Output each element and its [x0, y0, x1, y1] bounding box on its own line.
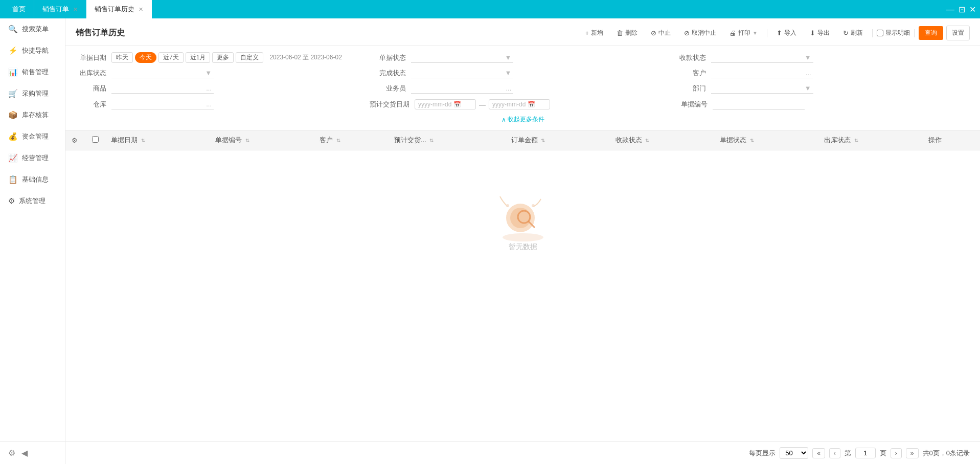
no-data-row: 暂无数据	[65, 150, 980, 293]
print-button[interactable]: 🖨 打印 ▼	[724, 26, 763, 40]
col-bill-no[interactable]: 单据编号 ⇅	[209, 130, 313, 150]
sidebar-icon-2: 📊	[8, 68, 18, 77]
import-icon: ⬆	[777, 29, 782, 37]
tab-label: 首页	[12, 5, 26, 14]
col-receipt-status[interactable]: 收款状态 ⇅	[609, 130, 714, 150]
filter-row-4: 仓库 ... 预计交货日期 yyyy-mm-dd 📅 — yyyy-mm-	[76, 99, 970, 110]
table-area: ⚙ 单据日期 ⇅ 单据编号 ⇅ 客户 ⇅	[65, 130, 980, 441]
date-today-btn[interactable]: 今天	[135, 52, 156, 63]
collapse-sidebar-icon[interactable]: ◀	[21, 448, 28, 458]
department-chevron: ▼	[805, 84, 811, 92]
customer-value: ...	[711, 68, 970, 78]
customer-dots[interactable]: ...	[806, 69, 811, 77]
salesperson-dots[interactable]: ...	[506, 84, 511, 92]
new-button[interactable]: + 新增	[580, 26, 609, 40]
date-filter-value: 昨天 今天 近7天 近1月 更多 自定义 2023-06-02 至 2023-0…	[111, 52, 370, 63]
prev-page-btn[interactable]: ‹	[829, 448, 840, 458]
settings-icon[interactable]: ⚙	[8, 448, 15, 458]
date-more-btn[interactable]: 更多	[212, 52, 234, 63]
date-range-text: 2023-06-02 至 2023-06-02	[269, 53, 341, 62]
close-window-icon[interactable]: ✕	[969, 5, 976, 14]
refresh-button[interactable]: ↻ 刷新	[838, 26, 868, 40]
complete-status-label: 完成状态	[370, 69, 411, 78]
select-all-checkbox[interactable]	[92, 136, 99, 143]
cancel-stop-button[interactable]: ⊘ 取消中止	[679, 26, 721, 40]
col-customer[interactable]: 客户 ⇅	[313, 130, 388, 150]
department-label: 部门	[670, 84, 711, 93]
no-data-illustration	[492, 191, 554, 242]
cancel-stop-icon: ⊘	[684, 29, 690, 37]
out-status-select[interactable]: ▼	[111, 68, 214, 78]
col-date[interactable]: 单据日期 ⇅	[105, 130, 209, 150]
sidebar-item-5[interactable]: 💰资金管理	[0, 126, 65, 147]
total-label: 共0页，0条记录	[923, 449, 970, 458]
bill-status-select[interactable]: ▼	[411, 53, 513, 63]
export-button[interactable]: ⬇ 导出	[805, 26, 835, 40]
tab-list: 首页销售订单✕销售订单历史✕	[4, 0, 152, 18]
table-settings-col[interactable]: ⚙	[65, 130, 86, 150]
date-filter-label: 单据日期	[76, 53, 111, 62]
complete-status-chevron: ▼	[505, 69, 511, 77]
delivery-date-start-input[interactable]: yyyy-mm-dd 📅	[415, 99, 476, 109]
sidebar-item-8[interactable]: ⚙系统管理	[0, 190, 65, 212]
receipt-status-select[interactable]: ▼	[711, 53, 813, 63]
date-yesterday-btn[interactable]: 昨天	[111, 52, 133, 63]
per-page-select[interactable]: 102050100	[780, 447, 808, 459]
col-delivery[interactable]: 预计交货... ⇅	[388, 130, 505, 150]
import-button[interactable]: ⬆ 导入	[771, 26, 802, 40]
salesperson-select[interactable]: ...	[411, 83, 513, 94]
sidebar-item-0[interactable]: 🔍搜索菜单	[0, 18, 65, 40]
col-bill-status[interactable]: 单据状态 ⇅	[714, 130, 818, 150]
page-input[interactable]	[855, 448, 876, 458]
first-page-btn[interactable]: «	[812, 448, 825, 458]
filter-row-2: 出库状态 ▼ 完成状态 ▼ 客户	[76, 68, 970, 78]
warehouse-dots[interactable]: ...	[206, 100, 212, 108]
last-page-btn[interactable]: »	[906, 448, 919, 458]
sidebar-item-1[interactable]: ⚡快捷导航	[0, 40, 65, 61]
date-1month-btn[interactable]: 近1月	[186, 52, 211, 63]
product-dots[interactable]: ...	[206, 84, 212, 92]
sidebar-item-6[interactable]: 📈经营管理	[0, 147, 65, 169]
stop-button[interactable]: ⊘ 中止	[646, 26, 676, 40]
collapse-button[interactable]: ∧ 收起更多条件	[502, 115, 544, 124]
customer-select[interactable]: ...	[711, 68, 813, 78]
query-button[interactable]: 查询	[919, 26, 943, 40]
table-check-col[interactable]	[86, 130, 105, 150]
department-select[interactable]: ▼	[711, 83, 813, 94]
calendar-icon: 📅	[453, 101, 461, 108]
col-out-status[interactable]: 出库状态 ⇅	[818, 130, 922, 150]
sidebar-icon-3: 🛒	[8, 89, 18, 98]
sidebar-item-2[interactable]: 📊销售管理	[0, 61, 65, 83]
tab-销售订单历史[interactable]: 销售订单历史✕	[86, 0, 152, 18]
minimize-icon[interactable]: —	[946, 5, 954, 14]
settings-filter-button[interactable]: 设置	[946, 26, 970, 40]
delivery-date-value: yyyy-mm-dd 📅 — yyyy-mm-dd 📅	[415, 99, 672, 109]
tab-销售订单[interactable]: 销售订单✕	[34, 0, 86, 18]
display-toggle-checkbox[interactable]	[877, 30, 883, 36]
warehouse-select[interactable]: ...	[111, 99, 214, 109]
tab-首页[interactable]: 首页	[4, 0, 34, 18]
warehouse-value: ...	[111, 99, 369, 109]
col-amount[interactable]: 订单金额 ⇅	[505, 130, 609, 150]
table-header-row: ⚙ 单据日期 ⇅ 单据编号 ⇅ 客户 ⇅	[65, 130, 980, 150]
sidebar-item-4[interactable]: 📦库存核算	[0, 104, 65, 126]
stop-icon: ⊘	[651, 29, 656, 37]
product-select[interactable]: ...	[111, 83, 214, 94]
tab-close-icon[interactable]: ✕	[139, 6, 143, 13]
date-custom-btn[interactable]: 自定义	[236, 52, 263, 63]
restore-icon[interactable]: ⊡	[959, 5, 965, 14]
delete-button[interactable]: 🗑 删除	[611, 26, 643, 40]
out-status-chevron: ▼	[205, 69, 212, 77]
per-page-label: 每页显示	[749, 449, 776, 458]
tab-close-icon[interactable]: ✕	[73, 6, 78, 13]
data-table: ⚙ 单据日期 ⇅ 单据编号 ⇅ 客户 ⇅	[65, 130, 980, 293]
sidebar-item-3[interactable]: 🛒采购管理	[0, 83, 65, 104]
date-7days-btn[interactable]: 近7天	[158, 52, 184, 63]
complete-status-select[interactable]: ▼	[411, 68, 513, 78]
sidebar-item-7[interactable]: 📋基础信息	[0, 169, 65, 190]
delivery-date-end-input[interactable]: yyyy-mm-dd 📅	[489, 99, 550, 109]
display-toggle[interactable]: 显示明细	[877, 29, 910, 37]
bill-no-input[interactable]	[713, 99, 805, 110]
sidebar-label-7: 基础信息	[22, 175, 49, 184]
next-page-btn[interactable]: ›	[891, 448, 902, 458]
